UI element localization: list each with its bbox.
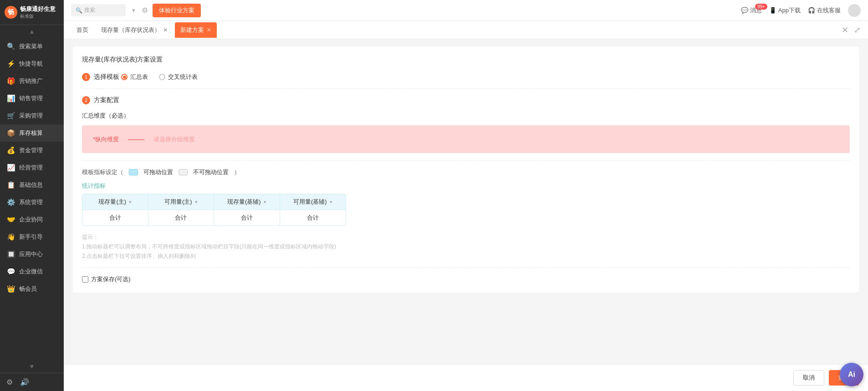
download-icon: 📱 [769, 7, 776, 14]
col-chevron-2: ▾ [264, 199, 266, 205]
wechat-icon: 💬 [6, 268, 15, 276]
finance-icon: 💰 [6, 146, 15, 154]
dimension-placeholder: 请选择分组维度 [153, 135, 195, 144]
online-service-btn[interactable]: 🎧 在线客服 [808, 6, 841, 15]
newbie-icon: 👋 [6, 233, 15, 241]
sidebar-item-label: 新手引导 [19, 233, 43, 241]
sales-icon: 📊 [6, 94, 15, 103]
user-avatar[interactable] [848, 4, 861, 17]
app-download-btn[interactable]: 📱 App下载 [769, 6, 801, 15]
col-header-2[interactable]: 现存量(基辅) ▾ [214, 194, 280, 210]
sidebar-item-apps[interactable]: 🔲 应用中心 [0, 246, 64, 263]
fixed-indicator-box [179, 169, 188, 175]
sidebar-scroll-up[interactable]: ▲ [0, 25, 64, 38]
radio-summary-circle [121, 74, 128, 80]
panel-close-top-icon[interactable]: ✕ [842, 25, 848, 35]
divider2 [82, 160, 850, 161]
sidebar-item-label: 搜索菜单 [19, 42, 43, 51]
sidebar-item-base[interactable]: 📋 基础信息 [0, 176, 64, 194]
search-box[interactable]: 🔍 搜索 [71, 4, 126, 16]
message-badge[interactable]: 💬 消息 99+ [741, 6, 762, 15]
sidebar-item-sales[interactable]: 📊 销售管理 [0, 90, 64, 107]
cart-icon: 🛒 [6, 112, 15, 120]
apps-icon: 🔲 [6, 250, 15, 258]
template-indicator-label: 模板指标设定（ [82, 168, 123, 176]
sidebar: 畅 畅康通好生意 标准版 ▲ 🔍 搜索菜单 ⚡ 快捷导航 🎁 营销推广 📊 销售… [0, 0, 64, 391]
cell-0: 合计 [82, 210, 148, 226]
stats-title: 统计指标 [82, 182, 850, 190]
tab-home[interactable]: 首页 [71, 22, 94, 38]
stats-table-row: 合计 合计 合计 合计 [82, 210, 346, 226]
col-header-1[interactable]: 可用量(主) ▾ [148, 194, 214, 210]
sidebar-item-newbie[interactable]: 👋 新手引导 [0, 228, 64, 246]
app-download-label: App下载 [778, 6, 801, 15]
sidebar-item-quick-nav[interactable]: ⚡ 快捷导航 [0, 55, 64, 72]
tab-new-plan-close-icon[interactable]: ✕ [207, 27, 211, 33]
sidebar-item-purchase[interactable]: 🛒 采购管理 [0, 107, 64, 124]
sidebar-footer: ⚙ 🔊 [0, 373, 64, 391]
dimension-area[interactable]: *纵向维度 —— 请选择分组维度 [82, 125, 850, 153]
sidebar-item-label: 畅会员 [19, 285, 37, 293]
scroll-down-arrow[interactable]: ▼ [28, 362, 36, 371]
app-logo: 畅 畅康通好生意 标准版 [0, 0, 64, 25]
message-count: 99+ [755, 4, 767, 10]
scroll-up-arrow[interactable]: ▲ [28, 27, 36, 36]
non-draggable-label: 不可拖动位置 [193, 168, 229, 176]
sidebar-item-corp[interactable]: 🤝 企业协同 [0, 211, 64, 228]
divider3 [82, 268, 850, 268]
col-header-0[interactable]: 现存量(主) ▾ [82, 194, 148, 210]
step2-row: 2 方案配置 [82, 96, 850, 104]
settings-panel: 现存量(库存状况表)方案设置 1 选择模板 汇总表 交叉统计表 [73, 46, 859, 293]
search-placeholder: 搜索 [84, 6, 95, 14]
settings-icon[interactable]: ⚙ [6, 378, 13, 386]
save-option-label: 方案保存(可选) [91, 275, 131, 283]
gift-icon: 🎁 [6, 77, 15, 85]
tab-new-plan-label: 新建方案 [180, 26, 204, 34]
topbar-gear-icon[interactable]: ⚙ [142, 6, 148, 15]
sidebar-item-search[interactable]: 🔍 搜索菜单 [0, 38, 64, 55]
sidebar-item-inventory[interactable]: 📦 库存核算 [0, 124, 64, 142]
tab-new-plan[interactable]: 新建方案 ✕ [175, 22, 217, 38]
radio-cross-label: 交叉统计表 [168, 73, 198, 81]
sidebar-item-marketing[interactable]: 🎁 营销推广 [0, 72, 64, 90]
topbar-chevron-icon[interactable]: ▾ [132, 7, 135, 14]
sidebar-item-label: 企业协同 [19, 216, 43, 224]
base-icon: 📋 [6, 181, 15, 189]
sidebar-item-wechat[interactable]: 💬 企业微信 [0, 263, 64, 280]
radio-summary[interactable]: 汇总表 [121, 73, 148, 81]
panel-expand-icon[interactable]: ⤢ [854, 25, 861, 35]
sidebar-item-vip[interactable]: 👑 畅会员 [0, 280, 64, 298]
sidebar-item-label: 基础信息 [19, 181, 43, 189]
audio-icon[interactable]: 🔊 [20, 378, 29, 386]
sidebar-item-operation[interactable]: 📈 经营管理 [0, 159, 64, 176]
divider1 [82, 88, 850, 89]
search-icon: 🔍 [76, 7, 82, 14]
cell-3: 合计 [280, 210, 346, 226]
tab-inventory-status[interactable]: 现存量（库存状况表） ✕ [96, 22, 173, 38]
vip-icon: 👑 [6, 285, 15, 293]
cell-2: 合计 [214, 210, 280, 226]
sidebar-item-label: 销售管理 [19, 94, 43, 103]
radio-cross[interactable]: 交叉统计表 [159, 73, 198, 81]
cancel-button[interactable]: 取消 [793, 370, 824, 386]
sidebar-item-label: 快捷导航 [19, 60, 43, 68]
trial-industry-button[interactable]: 体验行业方案 [153, 4, 201, 17]
sidebar-item-finance[interactable]: 💰 资金管理 [0, 142, 64, 159]
ai-fab-button[interactable]: Ai [840, 363, 863, 386]
col-header-3[interactable]: 可用量(基辅) ▾ [280, 194, 346, 210]
radio-summary-label: 汇总表 [130, 73, 148, 81]
sidebar-item-system[interactable]: ⚙️ 系统管理 [0, 194, 64, 211]
save-checkbox[interactable] [82, 276, 88, 283]
sidebar-scroll-down[interactable]: ▼ [0, 360, 64, 373]
tab-inventory-close-icon[interactable]: ✕ [163, 27, 168, 33]
quick-nav-icon: ⚡ [6, 60, 15, 68]
col-label-0: 现存量(主) [98, 198, 126, 206]
inventory-icon: 📦 [6, 129, 15, 137]
sidebar-item-label: 采购管理 [19, 112, 43, 120]
panel-title: 现存量(库存状况表)方案设置 [82, 56, 850, 64]
cell-1: 合计 [148, 210, 214, 226]
tips-section: 提示： 1.拖动标题栏可以调整布局，不可跨维度或指标区域拖动栏目字段(只能在同一… [82, 233, 850, 260]
col-label-1: 可用量(主) [164, 198, 192, 206]
tab-bar: 首页 现存量（库存状况表） ✕ 新建方案 ✕ ✕ ⤢ [64, 21, 868, 39]
tip-label: 提示： [82, 233, 850, 241]
